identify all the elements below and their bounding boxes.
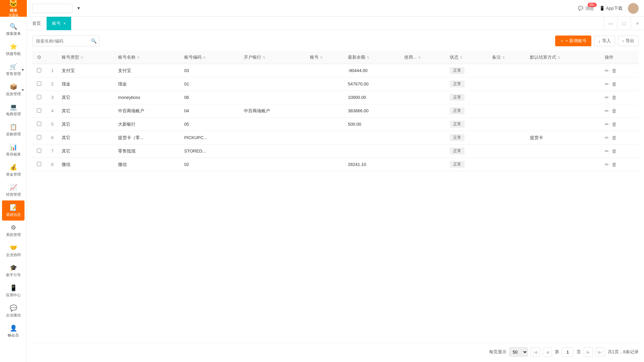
top-search-input[interactable]: [32, 4, 72, 13]
row-select-1[interactable]: [37, 81, 41, 86]
row-default-settle-4: [527, 118, 602, 131]
last-page-button[interactable]: ▶|: [596, 347, 605, 357]
edit-icon-1[interactable]: ✏: [605, 81, 609, 87]
delete-icon-6[interactable]: 🗑: [612, 148, 617, 154]
type-col-header[interactable]: 账号类型⇅: [59, 51, 115, 64]
action-buttons-7: ✏ 🗑: [605, 162, 636, 168]
edit-icon-0[interactable]: ✏: [605, 68, 609, 74]
sidebar-item-12[interactable]: 🎓 新手引导: [0, 261, 26, 281]
add-account-button[interactable]: ＋ + 新增账号: [555, 36, 591, 46]
sidebar-item-14[interactable]: 💬 企业微信: [0, 301, 26, 321]
row-select-6[interactable]: [37, 148, 41, 153]
bank-col-header[interactable]: 开户银行⇅: [241, 51, 307, 64]
sidebar-item-11[interactable]: 🤝 企业协同: [0, 241, 26, 261]
page-label: 第: [555, 349, 559, 355]
sidebar-item-2[interactable]: 🛒 零售管理 ▼: [0, 60, 26, 80]
status-col-header[interactable]: 状态⇅: [447, 51, 489, 64]
row-select-0[interactable]: [37, 68, 41, 72]
usage-col-header[interactable]: 使用...⇅: [401, 51, 447, 64]
sidebar-label-14: 企业微信: [6, 313, 21, 318]
delete-icon-7[interactable]: 🗑: [612, 162, 617, 167]
sidebar-item-8[interactable]: 📈 经营管理: [0, 180, 26, 200]
sidebar-item-6[interactable]: 📊 库存核算: [0, 140, 26, 160]
logo-main: 精准: [10, 8, 17, 13]
close-tab-1[interactable]: ×: [63, 21, 66, 26]
search-input[interactable]: [32, 36, 99, 46]
code-col-header[interactable]: 账号编码⇅: [181, 51, 241, 64]
action-buttons-2: ✏ 🗑: [605, 95, 636, 101]
balance-col-header[interactable]: 最新余额⇅: [345, 51, 401, 64]
row-select-4[interactable]: [37, 122, 41, 126]
page-input[interactable]: [562, 347, 574, 357]
delete-icon-3[interactable]: 🗑: [612, 108, 617, 114]
maximize-icon[interactable]: □: [617, 17, 631, 30]
row-select-7[interactable]: [37, 162, 41, 166]
settings-gear-icon[interactable]: ⚙: [37, 54, 41, 60]
sidebar-item-1[interactable]: ⭐ 快捷导航: [0, 40, 26, 60]
name-col-header[interactable]: 账号名称⇅: [115, 51, 181, 64]
row-checkbox-3[interactable]: [32, 104, 46, 118]
sidebar-item-5[interactable]: 📋 采购管理: [0, 120, 26, 140]
row-checkbox-4[interactable]: [32, 118, 46, 131]
message-button[interactable]: 💬 消息 99+: [578, 5, 594, 11]
row-select-2[interactable]: [37, 95, 41, 99]
edit-icon-6[interactable]: ✏: [605, 148, 609, 154]
row-select-5[interactable]: [37, 135, 41, 139]
row-code-3: 04: [181, 104, 241, 118]
delete-icon-2[interactable]: 🗑: [612, 95, 617, 100]
prev-page-button[interactable]: ◀: [543, 347, 552, 357]
settings-col-header[interactable]: ⚙: [32, 51, 46, 64]
sidebar-item-7[interactable]: 💰 资金管理: [0, 160, 26, 180]
sidebar-item-3[interactable]: 📦 批发管理 ▼: [0, 80, 26, 100]
edit-icon-4[interactable]: ✏: [605, 121, 609, 127]
account-col-header[interactable]: 账号⇅: [307, 51, 345, 64]
row-num-0: 1: [46, 64, 59, 77]
sidebar-item-10[interactable]: ⚙ 系统管理: [0, 221, 26, 241]
content-area: 🔍 ＋ + 新增账号 ↓ 导入 ↑ 导出: [27, 30, 644, 362]
row-select-3[interactable]: [37, 108, 41, 113]
first-page-button[interactable]: |◀: [531, 347, 540, 357]
edit-icon-7[interactable]: ✏: [605, 162, 609, 168]
status-badge-1: 正常: [450, 80, 465, 87]
default-settle-col-header[interactable]: 默认结算方式⇅: [527, 51, 602, 64]
app-download-button[interactable]: 📱 App下载: [599, 5, 623, 11]
sidebar-item-0[interactable]: 🔍 搜索菜单: [0, 19, 26, 40]
sidebar-item-13[interactable]: 📱 应用中心: [0, 281, 26, 301]
delete-icon-1[interactable]: 🗑: [612, 81, 617, 87]
delete-icon-5[interactable]: 🗑: [612, 135, 617, 140]
delete-icon-4[interactable]: 🗑: [612, 121, 617, 127]
row-remark-3: [489, 104, 527, 118]
import-button[interactable]: ↓ 导入: [594, 36, 615, 46]
remark-col-header[interactable]: 备注⇅: [489, 51, 527, 64]
sidebar-icon-13: 📱: [10, 284, 17, 292]
sidebar-item-4[interactable]: 💻 电商管理: [0, 100, 26, 120]
row-checkbox-7[interactable]: [32, 158, 46, 171]
row-name-0: 支付宝: [115, 64, 181, 77]
tab-1[interactable]: 账号×: [47, 17, 71, 30]
tab-0[interactable]: 首页: [27, 17, 47, 30]
row-checkbox-5[interactable]: [32, 131, 46, 144]
sidebar-item-15[interactable]: 👤 畅会员: [0, 321, 26, 341]
next-page-button[interactable]: ▶: [584, 347, 593, 357]
header-dropdown[interactable]: ▼: [76, 6, 81, 11]
avatar[interactable]: [628, 3, 639, 14]
row-code-2: 06: [181, 91, 241, 104]
row-checkbox-1[interactable]: [32, 77, 46, 91]
sidebar: 🐱 精准 乐盟版 🔍 搜索菜单 ⭐ 快捷导航 🛒 零售管理 ▼ 📦 批发管理 ▼…: [0, 0, 27, 362]
export-button[interactable]: ↑ 导出: [618, 36, 639, 46]
close-icon[interactable]: ×: [631, 17, 644, 30]
delete-icon-0[interactable]: 🗑: [612, 68, 617, 73]
edit-icon-5[interactable]: ✏: [605, 135, 609, 141]
edit-icon-3[interactable]: ✏: [605, 108, 609, 114]
sidebar-icon-7: 💰: [10, 164, 17, 171]
row-checkbox-6[interactable]: [32, 144, 46, 158]
row-checkbox-2[interactable]: [32, 91, 46, 104]
minimize-icon[interactable]: —: [604, 17, 617, 30]
row-checkbox-0[interactable]: [32, 64, 46, 77]
edit-icon-2[interactable]: ✏: [605, 95, 609, 101]
sidebar-item-9[interactable]: 📝 基础信息: [2, 200, 24, 221]
page-size-select[interactable]: 50 100 200: [509, 347, 528, 357]
search-icon[interactable]: 🔍: [91, 38, 97, 44]
row-name-7: 微信: [115, 158, 181, 171]
sidebar-icon-4: 💻: [10, 103, 17, 111]
